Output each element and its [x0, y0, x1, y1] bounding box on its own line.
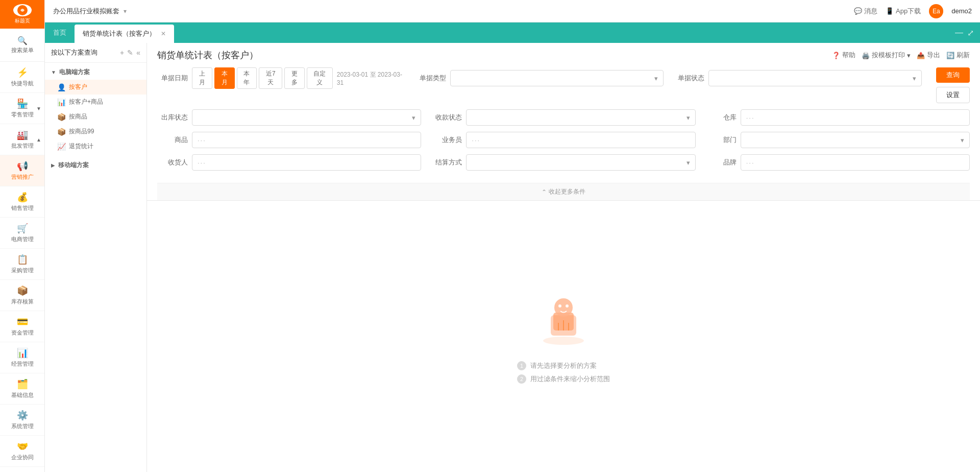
search-menu-button[interactable]: 🔍 搜索菜单: [2, 33, 42, 57]
sidebar-item-zijin[interactable]: 💳 资金管理: [0, 311, 44, 342]
dianshang-label: 电商管理: [11, 235, 34, 243]
query-button[interactable]: 查询: [936, 67, 970, 83]
jingying-label: 经营管理: [11, 360, 34, 368]
scheme-group-desktop-header[interactable]: ▼ 电脑端方案: [45, 65, 146, 80]
department-select[interactable]: ▾: [741, 132, 970, 148]
settings-button[interactable]: 设置: [936, 87, 970, 103]
lingshou-label: 零售管理: [11, 111, 34, 119]
date-filter: 上月 本月 本年 近7天 更多 自定义 2023-03-01 至 2023-03…: [192, 67, 405, 89]
tab-bar: 首页 销货单统计表（按客户） ✕ — ⤢: [45, 22, 980, 43]
sidebar-logo: 标题页: [0, 0, 44, 29]
sidebar-navigation: ⚡ 快捷导航 🏪 零售管理 ▼ 🏭 批发管理 ▲ 📢 营销推广 💰 销售管理 🛒…: [0, 62, 44, 472]
sidebar-item-kuaijie[interactable]: ⚡ 快捷导航: [0, 62, 44, 93]
scheme-group-mobile-header[interactable]: ▶ 移动端方案: [45, 158, 146, 173]
collapse-icon: ⌃: [542, 188, 547, 196]
return-icon: 📈: [57, 143, 66, 151]
scheme-item-customer-label: 按客户: [69, 83, 87, 91]
brand-label: 品牌: [706, 158, 737, 167]
tab-minimize-button[interactable]: —: [955, 28, 963, 37]
date-last-7days-btn[interactable]: 近7天: [259, 67, 282, 89]
help-button[interactable]: ❓ 帮助: [832, 51, 855, 60]
scheme-collapse-button[interactable]: «: [136, 49, 140, 57]
template-print-button[interactable]: 🖨️ 按模板打印 ▾: [862, 51, 911, 60]
export-button[interactable]: 📤 导出: [917, 51, 940, 60]
bill-status-arrow-icon: ▾: [913, 75, 916, 82]
scheme-group-mobile: ▶ 移动端方案: [45, 156, 146, 175]
salesperson-dots: ···: [472, 136, 480, 144]
refresh-button[interactable]: 🔄 刷新: [946, 51, 970, 60]
sidebar-item-jingying[interactable]: 📊 经营管理: [0, 342, 44, 373]
collapse-bar[interactable]: ⌃ 收起更多条件: [157, 183, 970, 200]
svg-point-1: [543, 337, 584, 345]
sidebar-item-kucun[interactable]: 📦 库存核算: [0, 280, 44, 311]
scheme-edit-button[interactable]: ✎: [127, 49, 133, 57]
logo-icon: [13, 4, 32, 16]
scheme-header: 按以下方案查询 + ✎ «: [45, 43, 146, 63]
scheme-item-by-customer-goods[interactable]: 📊 按客户+商品: [45, 95, 146, 109]
scheme-item-by-customer[interactable]: 👤 按客户: [45, 80, 146, 95]
user-name[interactable]: demo2: [951, 7, 972, 15]
sidebar-item-dianshang[interactable]: 🛒 电商管理: [0, 218, 44, 249]
sidebar-item-caigou[interactable]: 📋 采购管理: [0, 249, 44, 280]
date-custom-btn[interactable]: 自定义: [307, 67, 333, 89]
scheme-item-by-goods[interactable]: 📦 按商品: [45, 109, 146, 124]
salesperson-filter-item: 业务员 ···: [431, 132, 695, 148]
goods-label: 商品: [157, 135, 188, 145]
bill-status-select[interactable]: ▾: [708, 70, 922, 86]
date-current-month-btn[interactable]: 本月: [214, 67, 235, 89]
warehouse-select[interactable]: ···: [741, 109, 970, 126]
group-expand-icon: ▼: [51, 69, 56, 75]
qiye-label: 企业协同: [11, 454, 34, 461]
kucun-icon: 📦: [17, 285, 28, 296]
scheme-group-desktop: ▼ 电脑端方案 👤 按客户 📊 按客户+商品 📦 按商品 📦 按商品: [45, 63, 146, 156]
sidebar-item-lingshou[interactable]: 🏪 零售管理 ▼: [0, 93, 44, 124]
scheme-item-return-stats[interactable]: 📈 退货统计: [45, 139, 146, 154]
template-print-label: 按模板打印: [872, 51, 905, 60]
header-dropdown-icon[interactable]: ▾: [124, 8, 127, 15]
payment-method-select[interactable]: ▾: [466, 154, 695, 171]
sidebar-item-xinshou[interactable]: 🎯 新手引导: [0, 467, 44, 472]
bill-status-filter-item: 单据状态 ▾: [674, 67, 922, 89]
scheme-add-button[interactable]: +: [120, 49, 124, 57]
svg-point-5: [558, 304, 561, 308]
message-button[interactable]: 💬 消息: [854, 7, 877, 16]
sidebar-item-qiye[interactable]: 🤝 企业协同: [0, 436, 44, 467]
receipt-status-label: 收款状态: [431, 113, 462, 122]
app-download-label: App下载: [896, 7, 921, 16]
jichu-label: 基础信息: [11, 391, 34, 399]
yingxiao-icon: 📢: [17, 160, 28, 172]
brand-select[interactable]: ···: [741, 154, 970, 171]
scheme-panel: 按以下方案查询 + ✎ « ▼ 电脑端方案 👤 按客户 📊: [45, 43, 147, 472]
filter-row-2: 出库状态 ▾ 收款状态 ▾: [157, 109, 970, 126]
out-status-select[interactable]: ▾: [192, 109, 421, 126]
pifa-icon: 🏭: [17, 129, 28, 140]
salesperson-select[interactable]: ···: [466, 132, 695, 148]
scheme-group-mobile-label: 移动端方案: [58, 161, 89, 170]
goods-select[interactable]: ···: [192, 132, 421, 148]
sidebar-item-yingxiao[interactable]: 📢 营销推广: [0, 155, 44, 186]
date-last-month-btn[interactable]: 上月: [192, 67, 212, 89]
bill-type-select[interactable]: ▾: [450, 70, 664, 86]
tab-home[interactable]: 首页: [45, 22, 75, 43]
receiver-select[interactable]: ···: [192, 154, 421, 171]
date-more-btn[interactable]: 更多: [284, 67, 305, 89]
page-header: 销货单统计表（按客户） ❓ 帮助 🖨️ 按模板打印 ▾ 📤: [147, 43, 980, 201]
scheme-item-by-goods99[interactable]: 📦 按商品99: [45, 124, 146, 139]
receipt-status-select[interactable]: ▾: [466, 109, 695, 126]
tab-maximize-button[interactable]: ⤢: [967, 28, 974, 38]
xiaoshou-label: 销售管理: [11, 204, 34, 212]
sidebar-item-jichu[interactable]: 🗂️ 基础信息: [0, 373, 44, 405]
tab-sales-stats[interactable]: 销货单统计表（按客户） ✕: [75, 25, 174, 43]
pifa-label: 批发管理: [11, 142, 34, 150]
industry-title: 办公用品行业模拟账套: [53, 7, 119, 16]
sidebar-item-xitong[interactable]: ⚙️ 系统管理: [0, 405, 44, 436]
date-quick-buttons: 上月 本月 本年 近7天 更多 自定义: [192, 67, 333, 89]
sidebar-item-xiaoshou[interactable]: 💰 销售管理: [0, 186, 44, 218]
app-download-button[interactable]: 📱 App下载: [886, 7, 921, 16]
sidebar: 标题页 🔍 搜索菜单 ⚡ 快捷导航 🏪 零售管理 ▼ 🏭 批发管理 ▲ 📢 营销…: [0, 0, 45, 472]
sidebar-item-pifa[interactable]: 🏭 批发管理 ▲: [0, 124, 44, 155]
date-current-year-btn[interactable]: 本年: [237, 67, 257, 89]
tab-close-icon[interactable]: ✕: [161, 30, 166, 37]
export-icon: 📤: [917, 52, 925, 59]
kucun-label: 库存核算: [11, 298, 34, 305]
